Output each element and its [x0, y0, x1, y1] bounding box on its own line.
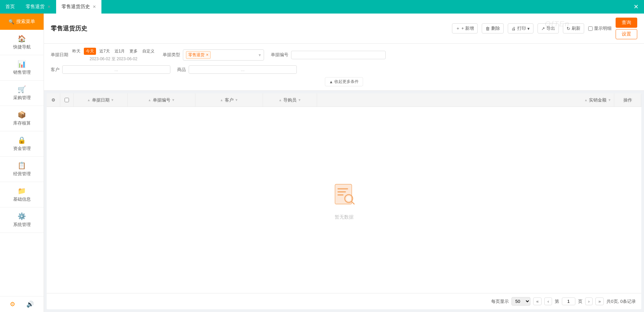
sort-asc-icon4: ▲ — [279, 98, 282, 102]
th-checkbox[interactable] — [60, 93, 74, 107]
date-7days[interactable]: 近7天 — [98, 48, 111, 55]
empty-illustration — [329, 180, 359, 210]
sidebar-item-basicinfo[interactable]: 📁 基础信息 — [0, 182, 44, 207]
tab-home[interactable]: 首页 — [0, 0, 20, 14]
sidebar-item-operations[interactable]: 📋 经营管理 — [0, 157, 44, 182]
tab-return[interactable]: 零售退货 ✕ — [20, 0, 56, 14]
th-action: 操作 — [614, 93, 641, 107]
date-more[interactable]: 更多 — [128, 48, 139, 55]
sort-desc-icon: ▼ — [111, 98, 114, 102]
pagination: 每页显示 50 100 200 « ‹ 第 页 › » 共0页, 0条记录 — [47, 293, 641, 309]
sidebar-item-finance[interactable]: 🔒 资金管理 — [0, 131, 44, 157]
sidebar-item-sales[interactable]: 📊 销售管理 — [0, 55, 44, 81]
sidebar-search[interactable]: 🔍 搜索菜单 — [0, 14, 44, 30]
per-page-select[interactable]: 50 100 200 — [511, 297, 530, 306]
th-date: ▲ 单据日期 ▼ — [74, 93, 128, 107]
print-button[interactable]: 🖨 打印 ▾ — [508, 23, 533, 34]
purchase-icon: 🛒 — [18, 85, 26, 93]
sidebar-item-label: 快捷导航 — [13, 44, 31, 50]
page-title: 零售退货历史 — [51, 24, 87, 32]
type-filter-label: 单据类型 — [163, 52, 180, 58]
date-1month[interactable]: 近1月 — [113, 48, 126, 55]
content-area: 零售退货历史 ＋ + 新增 🗑 删除 🖨 打印 ▾ ↗ 导出 — [44, 14, 644, 312]
th-settings[interactable]: ⚙ — [47, 93, 60, 107]
sales-icon: 📊 — [18, 60, 26, 68]
quicknav-icon: 🏠 — [18, 35, 26, 43]
th-customer: ▲ 客户 ▼ — [195, 93, 263, 107]
refresh-button[interactable]: ↻ 刷新 — [563, 23, 584, 34]
sidebar-item-label: 基础信息 — [13, 196, 31, 202]
volume-icon[interactable]: 🔊 — [26, 300, 34, 308]
select-all-checkbox[interactable] — [65, 98, 69, 102]
type-select[interactable]: 零售退货 × ▾ — [183, 49, 264, 61]
total-label: 共0页, 0条记录 — [606, 298, 636, 305]
empty-text: 暂无数据 — [335, 214, 354, 220]
type-tag-close[interactable]: × — [206, 52, 208, 57]
sort-desc-icon3: ▼ — [235, 98, 238, 102]
tab-return-history[interactable]: 零售退货历史 ✕ — [56, 0, 101, 14]
setting-button[interactable]: 设置 — [616, 29, 637, 39]
delete-button[interactable]: 🗑 删除 — [482, 23, 504, 34]
sort-desc-icon2: ▼ — [172, 98, 175, 102]
goods-input[interactable]: ... — [189, 65, 297, 74]
new-button[interactable]: ＋ + 新增 — [452, 23, 478, 34]
sidebar-item-system[interactable]: ⚙️ 系统管理 — [0, 207, 44, 233]
customer-filter-label: 客户 — [51, 67, 59, 73]
page-unit: 页 — [578, 298, 582, 305]
id-input[interactable] — [291, 51, 386, 59]
sort-desc-icon4: ▼ — [298, 98, 301, 102]
filter-area: 单据日期 昨天 今天 近7天 近1月 更多 自定义 2023-06-02 至 2… — [44, 44, 644, 91]
table-wrapper: ⚙ ▲ 单据日期 ▼ ▲ 单据编号 ▼ ▲ 客户 ▼ — [47, 93, 641, 309]
date-today[interactable]: 今天 — [84, 48, 96, 55]
export-button[interactable]: ↗ 导出 — [538, 23, 559, 34]
date-yesterday[interactable]: 昨天 — [71, 48, 82, 55]
filter-date-item: 单据日期 昨天 今天 近7天 近1月 更多 自定义 2023-06-02 至 2… — [51, 48, 156, 62]
collapse-button[interactable]: ▲ 收起更多条件 — [325, 77, 363, 86]
prev-page-button[interactable]: ‹ — [544, 297, 552, 305]
tab-return-history-close-icon[interactable]: ✕ — [93, 4, 96, 9]
inventory-icon: 📦 — [18, 111, 26, 119]
display-checkbox[interactable] — [588, 26, 593, 31]
query-button[interactable]: 查询 — [616, 18, 637, 28]
filter-row-2: 客户 ... 商品 ... — [51, 65, 637, 74]
empty-state: 暂无数据 — [47, 107, 641, 293]
date-filter-label: 单据日期 — [51, 52, 68, 58]
page-number-input[interactable] — [562, 297, 575, 305]
sidebar-item-inventory[interactable]: 📦 库存核算 — [0, 106, 44, 131]
last-page-button[interactable]: » — [595, 297, 604, 305]
print-icon: 🖨 — [511, 26, 516, 31]
svg-rect-0 — [335, 184, 352, 204]
filter-customer-item: 客户 ... — [51, 65, 170, 74]
delete-icon: 🗑 — [485, 26, 490, 31]
page-label: 第 — [555, 298, 559, 305]
settings-bottom-icon[interactable]: ⚙ — [10, 300, 15, 308]
customer-input[interactable]: ... — [62, 65, 170, 74]
display-toggle[interactable]: 显示明细 — [588, 25, 612, 31]
collapse-icon: ▲ — [329, 80, 333, 84]
date-custom[interactable]: 自定义 — [141, 48, 156, 55]
filter-id-item: 单据编号 — [271, 51, 386, 59]
sidebar-item-quicknav[interactable]: 🏠 快捷导航 — [0, 30, 44, 55]
type-dropdown-icon: ▾ — [259, 52, 261, 58]
date-range-display: 2023-06-02 至 2023-06-02 — [90, 56, 137, 62]
sidebar: 🔍 搜索菜单 🏠 快捷导航 📊 销售管理 🛒 采购管理 📦 库存核算 🔒 资金管… — [0, 14, 44, 312]
table-header: ⚙ ▲ 单据日期 ▼ ▲ 单据编号 ▼ ▲ 客户 ▼ — [47, 93, 641, 107]
search-icon: 🔍 — [8, 19, 14, 24]
th-id: ▲ 单据编号 ▼ — [128, 93, 195, 107]
sidebar-item-label: 资金管理 — [13, 146, 31, 152]
first-page-button[interactable]: « — [533, 297, 542, 305]
sort-asc-icon3: ▲ — [220, 98, 223, 102]
sort-asc-icon2: ▲ — [148, 98, 151, 102]
sidebar-item-purchase[interactable]: 🛒 采购管理 — [0, 81, 44, 106]
per-page-label: 每页显示 — [491, 298, 509, 305]
tab-return-close-icon[interactable]: ✕ — [47, 4, 51, 9]
sidebar-search-label: 搜索菜单 — [16, 19, 35, 25]
basicinfo-icon: 📁 — [18, 187, 26, 195]
page-header: 零售退货历史 ＋ + 新增 🗑 删除 🖨 打印 ▾ ↗ 导出 — [44, 14, 644, 44]
sidebar-item-label: 采购管理 — [13, 95, 31, 101]
window-close-button[interactable]: ✕ — [628, 3, 644, 10]
filter-row-1: 单据日期 昨天 今天 近7天 近1月 更多 自定义 2023-06-02 至 2… — [51, 48, 637, 62]
next-page-button[interactable]: › — [585, 297, 593, 305]
svg-point-5 — [346, 196, 351, 201]
sidebar-item-label: 销售管理 — [13, 69, 31, 75]
